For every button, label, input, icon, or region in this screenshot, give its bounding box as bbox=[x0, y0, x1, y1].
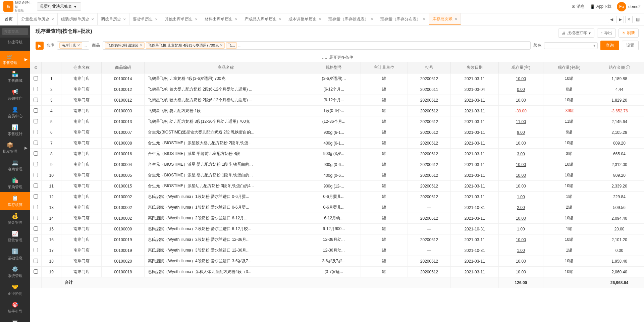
row-settings[interactable] bbox=[30, 149, 42, 159]
sidebar-item-inventory[interactable]: 📋 库存核算 bbox=[0, 192, 30, 210]
expand-more-button[interactable]: ⌄⌄ 展开更多条件 bbox=[321, 55, 353, 60]
row-settings[interactable] bbox=[30, 127, 42, 138]
tab-6[interactable]: 材料出库单历史 ✕ bbox=[201, 13, 241, 25]
row-checkbox[interactable] bbox=[34, 108, 38, 113]
row-checkbox[interactable] bbox=[34, 173, 38, 177]
row-settings[interactable] bbox=[30, 138, 42, 149]
row-qty-main[interactable]: 1.00 bbox=[498, 192, 543, 202]
tab-close-11[interactable]: ✕ bbox=[454, 17, 457, 21]
print-template-button[interactable]: 🖨 按模板打印 ▾ bbox=[558, 29, 594, 38]
row-qty-main[interactable]: -39.00 bbox=[498, 106, 543, 116]
tab-home[interactable]: 首页 bbox=[0, 13, 18, 25]
row-checkbox[interactable] bbox=[34, 98, 38, 102]
row-checkbox[interactable] bbox=[34, 226, 38, 231]
product-tag-1-close[interactable]: ✕ bbox=[140, 43, 143, 48]
tabs-next-btn[interactable]: ▶ bbox=[616, 16, 624, 23]
sidebar-item-wholesale[interactable]: 📦 批发管理 ▶ bbox=[0, 139, 30, 157]
row-qty-main[interactable]: 2.00 bbox=[498, 202, 543, 213]
tab-close-2[interactable]: ✕ bbox=[91, 17, 94, 21]
row-settings[interactable] bbox=[30, 159, 42, 170]
row-checkbox[interactable] bbox=[34, 151, 38, 156]
row-qty-main[interactable]: 10.00 bbox=[498, 159, 543, 170]
tabs-close-btn[interactable]: ✕ bbox=[625, 16, 633, 23]
tab-close-10[interactable]: ✕ bbox=[423, 17, 425, 21]
tab-7[interactable]: 产成品入库单历史 ✕ bbox=[241, 13, 285, 25]
row-settings[interactable] bbox=[30, 116, 42, 127]
row-checkbox[interactable] bbox=[34, 248, 38, 252]
row-checkbox[interactable] bbox=[34, 76, 38, 80]
row-settings[interactable] bbox=[30, 84, 42, 95]
sidebar-item-enterprise[interactable]: 🤝 企业协同 bbox=[0, 281, 30, 299]
color-filter-group[interactable]: ▾ bbox=[544, 42, 598, 49]
sidebar-item-operations[interactable]: 📈 经营管理 bbox=[0, 228, 30, 246]
sidebar-item-member[interactable]: 👤 会员中心 bbox=[0, 104, 30, 121]
row-qty-main[interactable]: 10.00 bbox=[498, 95, 543, 106]
row-qty-main[interactable]: 0.00 bbox=[498, 84, 543, 95]
quick-nav[interactable]: 快捷导航 bbox=[0, 38, 30, 47]
row-settings[interactable] bbox=[30, 224, 42, 234]
tab-close-7[interactable]: ✕ bbox=[279, 17, 281, 21]
tab-4[interactable]: 要货单历史 ✕ bbox=[129, 13, 161, 25]
tab-1[interactable]: 分量盘点单历史 ✕ bbox=[18, 13, 58, 25]
warehouse-more[interactable]: ... bbox=[84, 43, 87, 48]
tab-close-9[interactable]: ✕ bbox=[371, 17, 373, 21]
tab-11[interactable]: 库存批次账 ✕ bbox=[429, 13, 461, 25]
sidebar-item-finance[interactable]: 💰 资金管理 bbox=[0, 210, 30, 228]
row-checkbox[interactable] bbox=[34, 205, 38, 209]
row-settings[interactable] bbox=[30, 95, 42, 106]
row-checkbox[interactable] bbox=[34, 237, 38, 241]
row-qty-main[interactable]: 10.00 bbox=[498, 213, 543, 224]
row-qty-main[interactable]: 10.00 bbox=[498, 234, 543, 245]
row-qty-main[interactable]: 1.00 bbox=[498, 245, 543, 256]
row-checkbox[interactable] bbox=[34, 194, 38, 199]
filter-expand-button[interactable]: ▶ bbox=[36, 42, 44, 50]
row-settings[interactable] bbox=[30, 234, 42, 245]
row-qty-main[interactable]: 10.00 bbox=[498, 138, 543, 149]
row-settings[interactable] bbox=[30, 192, 42, 202]
row-qty-main[interactable]: 10.00 bbox=[498, 170, 543, 181]
row-qty-main[interactable]: 10.00 bbox=[498, 73, 543, 84]
col-settings-header[interactable]: ⚙ bbox=[30, 62, 42, 73]
sidebar-item-retail-mgmt[interactable]: 🛒 零售管理 ▶ bbox=[0, 51, 30, 68]
product-tag-2-close[interactable]: ✕ bbox=[220, 43, 223, 48]
row-checkbox[interactable] bbox=[34, 119, 38, 123]
row-settings[interactable] bbox=[30, 170, 42, 181]
row-qty-main[interactable]: 1.00 bbox=[498, 224, 543, 234]
row-qty-main[interactable]: 10.00 bbox=[498, 256, 543, 267]
sidebar-item-guide[interactable]: 🎯 新手引导 bbox=[0, 299, 30, 317]
row-checkbox[interactable] bbox=[34, 259, 38, 263]
message-button[interactable]: ✉ 消息 bbox=[572, 4, 585, 9]
query-button[interactable]: 查询 bbox=[600, 41, 619, 50]
user-area[interactable]: Ea demo2 bbox=[617, 2, 641, 11]
sidebar-item-app-center[interactable]: 🔲 应用中心 bbox=[0, 317, 30, 322]
row-qty-main[interactable]: 10.00 bbox=[498, 181, 543, 192]
row-checkbox[interactable] bbox=[34, 269, 38, 274]
app-download-button[interactable]: 📱 App下载 bbox=[590, 4, 611, 9]
sidebar-item-ecommerce[interactable]: 💻 电商管理 bbox=[0, 157, 30, 174]
row-settings[interactable] bbox=[30, 106, 42, 116]
sidebar-item-purchase[interactable]: 🛍️ 采购管理 bbox=[0, 174, 30, 192]
tab-close-8[interactable]: ✕ bbox=[319, 17, 321, 21]
row-settings[interactable] bbox=[30, 213, 42, 224]
row-settings[interactable] bbox=[30, 245, 42, 256]
row-qty-main[interactable]: 9.00 bbox=[498, 127, 543, 138]
tab-2[interactable]: 组装拆卸单历史 ✕ bbox=[58, 13, 98, 25]
row-qty-main[interactable]: 11.00 bbox=[498, 116, 543, 127]
row-checkbox[interactable] bbox=[34, 162, 38, 166]
sidebar-item-system[interactable]: ⚙️ 系统管理 bbox=[0, 263, 30, 281]
tab-5[interactable]: 其他出库单历史 ✕ bbox=[161, 13, 201, 25]
row-settings[interactable] bbox=[30, 267, 42, 277]
tab-close-5[interactable]: ✕ bbox=[195, 17, 198, 21]
warehouse-tag-close[interactable]: ✕ bbox=[77, 43, 80, 48]
product-more[interactable]: ... bbox=[238, 43, 241, 48]
tab-3[interactable]: 调拨单历史 ✕ bbox=[98, 13, 129, 25]
row-settings[interactable] bbox=[30, 202, 42, 213]
sidebar-item-basic-info[interactable]: ℹ️ 基础信息 bbox=[0, 246, 30, 263]
row-settings[interactable] bbox=[30, 181, 42, 192]
tabs-prev-btn[interactable]: ◀ bbox=[608, 16, 615, 23]
export-button[interactable]: ↑ 导出 bbox=[597, 29, 616, 38]
tab-10[interactable]: 现存量（库存分布表） ✕ bbox=[377, 13, 429, 25]
row-qty-main[interactable]: 10.00 bbox=[498, 267, 543, 277]
row-settings[interactable] bbox=[30, 256, 42, 267]
refresh-button[interactable]: ↻ 刷新 bbox=[619, 29, 639, 38]
